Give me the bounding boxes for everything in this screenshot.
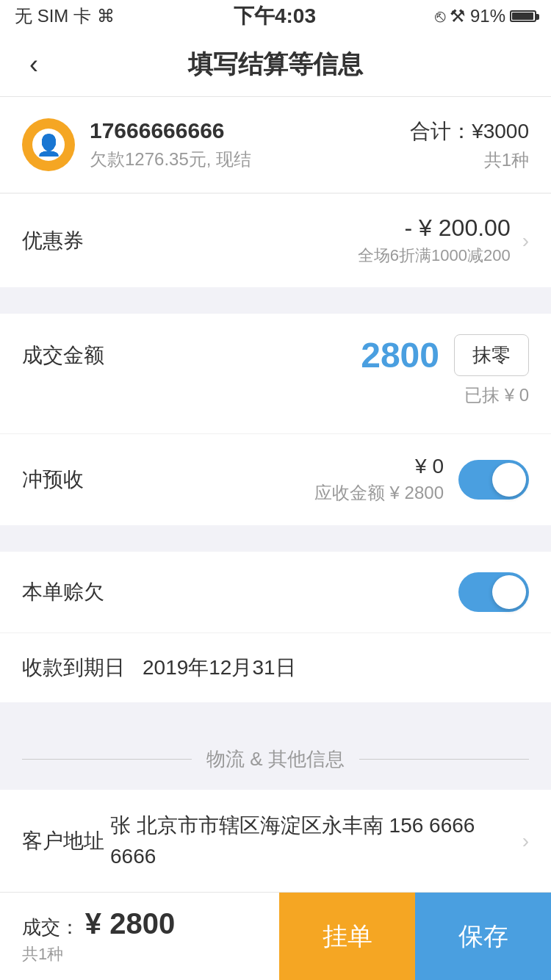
coupon-desc: 全场6折满1000减200: [358, 245, 511, 267]
address-arrow-icon: ›: [522, 829, 529, 853]
customer-phone: 17666666666: [90, 118, 410, 143]
status-left: 无 SIM 卡 ⌘: [15, 4, 115, 28]
prepay-row: 冲预收 ¥ 0 应收金额 ¥ 2800: [22, 455, 529, 505]
logistics-line-right: [359, 759, 529, 760]
bottom-deal-line: 成交： ¥ 2800: [22, 907, 257, 940]
bottom-amount: ¥ 2800: [85, 907, 175, 940]
logistics-line-left: [22, 759, 192, 760]
location-icon: ⎋: [435, 6, 445, 26]
customer-info: 17666666666 欠款1276.35元, 现结: [90, 118, 410, 171]
coupon-label: 优惠券: [22, 227, 358, 255]
prepay-section: 冲预收 ¥ 0 应收金额 ¥ 2800: [0, 433, 551, 525]
total-amount: 合计：¥3000: [410, 118, 529, 145]
back-button[interactable]: ‹: [22, 42, 46, 87]
deal-label: 成交金额: [22, 342, 104, 370]
nav-bar: ‹ 填写结算等信息: [0, 32, 551, 97]
total-count: 共1种: [410, 148, 529, 172]
prepay-toggle[interactable]: [458, 460, 529, 500]
deal-row: 成交金额 2800 抹零: [22, 334, 529, 376]
customer-card: 👤 17666666666 欠款1276.35元, 现结 合计：¥3000 共1…: [0, 97, 551, 287]
customer-total: 合计：¥3000 共1种: [410, 118, 529, 172]
avatar: 👤: [22, 118, 75, 171]
page-title: 填写结算等信息: [188, 48, 363, 82]
due-date-section: 收款到期日 2019年12月31日: [0, 633, 551, 702]
coupon-row[interactable]: 优惠券 - ¥ 200.00 全场6折满1000减200 ›: [0, 193, 551, 287]
logistics-divider: 物流 & 其他信息: [0, 729, 551, 790]
deal-amount-right: 2800 抹零: [361, 334, 529, 376]
bottom-deal-label: 成交：: [22, 916, 79, 938]
prepay-amount: ¥ 0: [314, 455, 444, 478]
wifi-icon: ⌘: [97, 6, 115, 26]
round-button[interactable]: 抹零: [454, 334, 529, 376]
logistics-text: 物流 & 其他信息: [192, 746, 359, 772]
status-time: 下午4:03: [234, 2, 316, 30]
save-button[interactable]: 保存: [415, 893, 551, 981]
coupon-arrow-icon: ›: [522, 229, 529, 253]
due-date-value: 2019年12月31日: [143, 654, 296, 682]
bad-debt-section: 本单赊欠: [0, 552, 551, 633]
prepay-receivable: 应收金额 ¥ 2800: [314, 481, 444, 505]
address-section[interactable]: 客户地址 张 北京市市辖区海淀区永丰南 156 6666 6666 ›: [0, 790, 551, 893]
prepay-right: ¥ 0 应收金额 ¥ 2800: [314, 455, 529, 505]
hang-button[interactable]: 挂单: [279, 893, 415, 981]
bottom-count: 共1种: [22, 943, 257, 965]
bad-debt-toggle[interactable]: [458, 572, 529, 612]
divider-1: [0, 299, 551, 314]
avatar-icon: 👤: [32, 129, 65, 161]
customer-row: 👤 17666666666 欠款1276.35元, 现结 合计：¥3000 共1…: [0, 97, 551, 193]
due-date-label: 收款到期日: [22, 654, 125, 682]
deal-section: 成交金额 2800 抹零 已抹 ¥ 0: [0, 314, 551, 433]
coupon-discount: - ¥ 200.00: [358, 215, 511, 242]
address-value: 张 北京市市辖区海淀区永丰南 156 6666 6666: [110, 810, 511, 872]
bottom-info: 成交： ¥ 2800 共1种: [0, 907, 279, 965]
toggle-knob: [492, 463, 526, 497]
divider-2: [0, 525, 551, 540]
address-label: 客户地址: [22, 827, 110, 855]
status-bar: 无 SIM 卡 ⌘ 下午4:03 ⎋ ⚒ 91%: [0, 0, 551, 32]
prepay-amount-block: ¥ 0 应收金额 ¥ 2800: [314, 455, 444, 505]
customer-debt: 欠款1276.35元, 现结: [90, 148, 410, 171]
bad-debt-label: 本单赊欠: [22, 578, 104, 606]
bottom-bar: 成交： ¥ 2800 共1种 挂单 保存: [0, 892, 551, 980]
content-area: 👤 17666666666 欠款1276.35元, 现结 合计：¥3000 共1…: [0, 97, 551, 980]
battery-percent: 91%: [470, 6, 505, 26]
coupon-right: - ¥ 200.00 全场6折满1000减200: [358, 215, 511, 267]
bad-debt-toggle-knob: [492, 575, 526, 609]
deal-sub-text: 已抹 ¥ 0: [22, 383, 529, 407]
sim-text: 无 SIM 卡: [15, 4, 91, 28]
alarm-icon: ⚒: [450, 6, 466, 26]
divider-3: [0, 702, 551, 717]
prepay-label: 冲预收: [22, 466, 84, 494]
status-right: ⎋ ⚒ 91%: [435, 6, 536, 26]
deal-amount-num: 2800: [361, 335, 439, 375]
battery-icon: [510, 10, 536, 22]
